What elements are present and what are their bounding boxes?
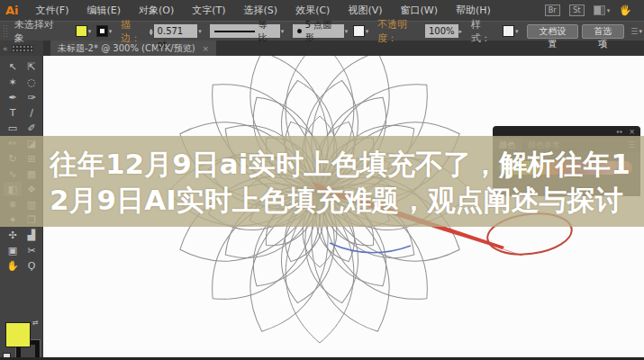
workspace-switcher-icon[interactable]: ▾: [594, 5, 611, 15]
blue-arc-annotation: [330, 243, 411, 253]
dock-grip-dots[interactable]: [12, 45, 33, 52]
magic-wand-tool[interactable]: ✶: [4, 75, 22, 89]
blob-brush-tool[interactable]: ✣: [4, 228, 22, 242]
stroke-weight-label[interactable]: 描边：: [121, 18, 150, 45]
variable-width-caret-icon[interactable]: ▾: [366, 28, 369, 35]
opacity-value[interactable]: 100%: [425, 24, 458, 38]
gpu-performance-icon[interactable]: 🖐: [619, 4, 631, 16]
style-label: 样式：: [471, 18, 500, 45]
preferences-button[interactable]: 首选项: [582, 24, 624, 39]
stroke-weight-caret-icon[interactable]: ▾: [198, 28, 202, 35]
style-caret-icon[interactable]: ▾: [515, 28, 519, 35]
brush-caret-icon[interactable]: ▾: [345, 28, 349, 35]
app-logo-icon: Ai: [0, 4, 27, 17]
panel-close-icon[interactable]: ×: [629, 128, 635, 136]
opacity-label[interactable]: 不透明度：: [377, 18, 425, 45]
collapse-dock-icon[interactable]: «: [3, 44, 8, 53]
pen-tool[interactable]: ✒: [4, 90, 22, 104]
graph-tool[interactable]: ▟: [23, 228, 41, 242]
zoom-tool[interactable]: Ϙ: [23, 258, 41, 273]
curvature-tool[interactable]: ✑: [23, 90, 41, 104]
style-swatch[interactable]: [503, 25, 514, 37]
brush-definition-combo[interactable]: 5 点圆形: [293, 24, 344, 38]
stock-icon[interactable]: St: [569, 4, 585, 16]
brush-preview-dot: [297, 29, 302, 33]
illustrator-window: Ai 文件(F)编辑(E)对象(O)文字(T)选择(S)效果(C)视图(V)窗口…: [0, 0, 644, 360]
direct-selection-tool[interactable]: ⇱: [23, 59, 41, 74]
close-tab-icon[interactable]: ×: [203, 44, 210, 53]
menubar-right-icons: Br St ▾ 🖐: [545, 4, 644, 16]
bridge-icon[interactable]: Br: [545, 4, 560, 16]
paintbrush-tool[interactable]: ✐: [23, 121, 41, 135]
stroke-weight-stepper[interactable]: ▲▼: [150, 28, 153, 35]
controlbar-grip[interactable]: [3, 24, 9, 39]
stroke-profile-preview: [214, 31, 254, 32]
control-bar: 未选择对象 ▾ ▾ 描边： ▲▼ 0.571 pt ▾ 等比 ▾ 5 点圆形 ▾…: [0, 21, 644, 40]
selection-tool[interactable]: ↖: [4, 59, 22, 74]
fill-color-indicator[interactable]: [5, 322, 31, 347]
headline-line2: 2月9日AI实时上色填充难题，观点阐述与探讨: [50, 182, 644, 218]
slice-tool[interactable]: ✂: [23, 243, 41, 257]
document-setup-button[interactable]: 文档设置: [527, 24, 578, 39]
panel-collapse-icon[interactable]: ↔: [617, 128, 623, 136]
stroke-color-swatch[interactable]: [96, 25, 108, 37]
menu-item-3[interactable]: 文字(T): [183, 0, 234, 21]
stroke-profile-combo[interactable]: 等比: [210, 24, 279, 38]
fill-color-swatch[interactable]: [76, 25, 87, 37]
lasso-tool[interactable]: ◌: [23, 75, 41, 89]
fill-caret-icon[interactable]: ▾: [88, 28, 92, 35]
rectangle-tool[interactable]: ▭: [4, 121, 22, 135]
swap-fill-stroke-icon[interactable]: ⇄: [32, 319, 39, 327]
stroke-profile-caret-icon[interactable]: ▾: [281, 28, 285, 35]
artboard-tool[interactable]: ▣: [4, 243, 22, 257]
variable-width-swatch[interactable]: [353, 25, 365, 37]
type-tool[interactable]: T: [4, 105, 22, 120]
panel-options-caret-icon[interactable]: ▾: [639, 28, 642, 35]
headline-line1: 往年12月9日ai实时上色填充不了，解析往年1: [50, 146, 644, 182]
stroke-caret-icon[interactable]: ▾: [109, 28, 113, 35]
line-segment-tool[interactable]: ∕: [23, 105, 41, 120]
opacity-arrow-icon[interactable]: ▸: [459, 28, 463, 35]
no-selection-label: 未选择对象: [14, 18, 62, 45]
hand-tool[interactable]: ✋: [4, 258, 22, 273]
panel-options-icon[interactable]: ☰: [630, 27, 638, 36]
stroke-weight-value[interactable]: 0.571 pt: [154, 24, 198, 38]
headline-banner: 往年12月9日ai实时上色填充不了，解析往年1 2月9日AI实时上色填充难题，观…: [0, 136, 644, 227]
